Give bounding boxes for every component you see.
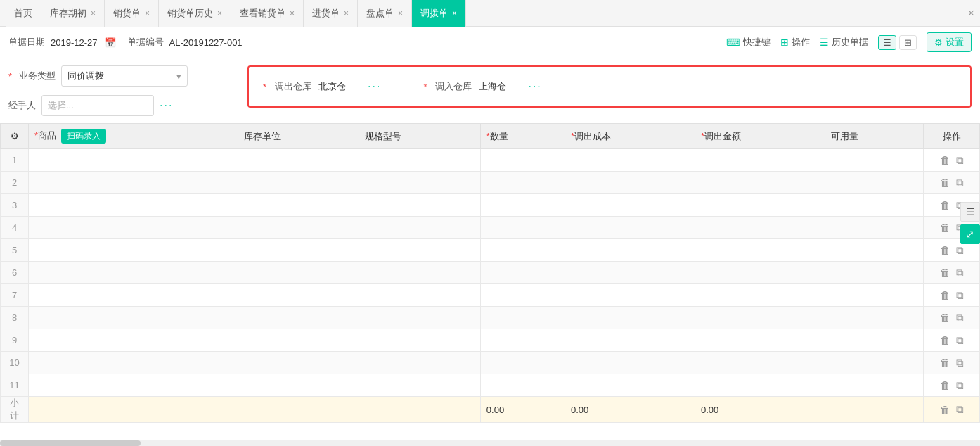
in-warehouse-more-icon[interactable]: ···	[528, 80, 541, 93]
cell-cost[interactable]	[565, 149, 695, 172]
close-icon[interactable]: ×	[344, 8, 349, 18]
close-icon[interactable]: ×	[398, 8, 403, 18]
cell-spec[interactable]	[359, 262, 480, 284]
tab-stocktaking[interactable]: 盘点单 ×	[358, 0, 412, 27]
cell-amount[interactable]	[695, 239, 825, 262]
cell-goods[interactable]	[29, 374, 238, 397]
cell-goods[interactable]	[29, 284, 238, 307]
cell-amount[interactable]	[695, 194, 825, 217]
cell-cost[interactable]	[565, 329, 695, 352]
cell-amount[interactable]	[695, 262, 825, 284]
cell-qty[interactable]	[480, 194, 565, 217]
cell-unit[interactable]	[238, 352, 359, 374]
cell-goods[interactable]	[29, 217, 238, 239]
cell-amount[interactable]	[695, 172, 825, 194]
cell-unit[interactable]	[238, 284, 359, 307]
tab-stock-init[interactable]: 库存期初 ×	[41, 0, 105, 27]
cell-unit[interactable]	[238, 239, 359, 262]
tab-purchase[interactable]: 进货单 ×	[304, 0, 358, 27]
cell-available[interactable]	[825, 374, 924, 397]
cell-goods[interactable]	[29, 194, 238, 217]
cell-available[interactable]	[825, 329, 924, 352]
cell-spec[interactable]	[359, 194, 480, 217]
copy-row-icon[interactable]: ⧉	[956, 357, 964, 369]
tab-sales[interactable]: 销货单 ×	[105, 0, 159, 27]
cell-available[interactable]	[825, 149, 924, 172]
delete-row-icon[interactable]: 🗑	[940, 334, 950, 346]
shortcut-button[interactable]: ⌨ 快捷键	[726, 36, 771, 49]
cell-cost[interactable]	[565, 352, 695, 374]
cell-goods[interactable]	[29, 262, 238, 284]
close-icon[interactable]: ×	[217, 8, 222, 18]
cell-unit[interactable]	[238, 329, 359, 352]
cell-qty[interactable]	[480, 217, 565, 239]
cell-qty[interactable]	[480, 284, 565, 307]
handler-input[interactable]: 选择...	[41, 95, 154, 116]
calendar-icon[interactable]: 📅	[105, 37, 116, 48]
cell-amount[interactable]	[695, 307, 825, 329]
tab-sales-history[interactable]: 销货单历史 ×	[159, 0, 231, 27]
cell-goods[interactable]	[29, 149, 238, 172]
float-list-button[interactable]: ☰	[960, 202, 980, 222]
copy-row-icon[interactable]: ⧉	[956, 289, 964, 302]
cell-spec[interactable]	[359, 172, 480, 194]
cell-goods[interactable]	[29, 239, 238, 262]
cell-qty[interactable]	[480, 149, 565, 172]
cell-spec[interactable]	[359, 149, 480, 172]
business-select[interactable]: 同价调拨 ▾	[61, 65, 188, 87]
scrollbar-thumb[interactable]	[0, 440, 141, 446]
cell-spec[interactable]	[359, 352, 480, 374]
tab-bar-close-button[interactable]: ×	[968, 7, 974, 20]
table-gear-header[interactable]: ⚙	[1, 124, 29, 149]
delete-row-icon[interactable]: 🗑	[940, 312, 950, 324]
cell-unit[interactable]	[238, 149, 359, 172]
cell-cost[interactable]	[565, 172, 695, 194]
cell-amount[interactable]	[695, 329, 825, 352]
close-icon[interactable]: ×	[452, 8, 457, 18]
layout-list-button[interactable]: ☰	[878, 35, 896, 50]
cell-goods[interactable]	[29, 172, 238, 194]
cell-amount[interactable]	[695, 284, 825, 307]
tab-view-sales[interactable]: 查看销货单 ×	[231, 0, 304, 27]
delete-row-icon[interactable]: 🗑	[940, 177, 950, 189]
cell-spec[interactable]	[359, 284, 480, 307]
cell-available[interactable]	[825, 262, 924, 284]
cell-available[interactable]	[825, 307, 924, 329]
cell-spec[interactable]	[359, 307, 480, 329]
copy-row-icon[interactable]: ⧉	[956, 244, 964, 257]
copy-subtotal-icon[interactable]: ⧉	[956, 403, 964, 416]
cell-cost[interactable]	[565, 194, 695, 217]
delete-subtotal-icon[interactable]: 🗑	[940, 404, 950, 416]
cell-spec[interactable]	[359, 374, 480, 397]
copy-row-icon[interactable]: ⧉	[956, 312, 964, 324]
cell-available[interactable]	[825, 194, 924, 217]
copy-row-icon[interactable]: ⧉	[956, 177, 964, 189]
close-icon[interactable]: ×	[91, 8, 96, 18]
cell-unit[interactable]	[238, 307, 359, 329]
operation-button[interactable]: ⊞ 操作	[780, 36, 810, 49]
delete-row-icon[interactable]: 🗑	[940, 379, 950, 391]
cell-spec[interactable]	[359, 239, 480, 262]
cell-available[interactable]	[825, 217, 924, 239]
cell-qty[interactable]	[480, 172, 565, 194]
cell-qty[interactable]	[480, 352, 565, 374]
delete-row-icon[interactable]: 🗑	[940, 244, 950, 256]
close-icon[interactable]: ×	[145, 8, 150, 18]
delete-row-icon[interactable]: 🗑	[940, 357, 950, 369]
cell-unit[interactable]	[238, 217, 359, 239]
delete-row-icon[interactable]: 🗑	[940, 222, 950, 234]
copy-row-icon[interactable]: ⧉	[956, 379, 964, 392]
tab-home[interactable]: 首页	[6, 0, 41, 27]
scan-button[interactable]: 扫码录入	[61, 129, 106, 144]
cell-available[interactable]	[825, 239, 924, 262]
cell-qty[interactable]	[480, 239, 565, 262]
cell-qty[interactable]	[480, 307, 565, 329]
cell-available[interactable]	[825, 172, 924, 194]
cell-goods[interactable]	[29, 329, 238, 352]
cell-qty[interactable]	[480, 262, 565, 284]
cell-goods[interactable]	[29, 307, 238, 329]
cell-available[interactable]	[825, 284, 924, 307]
cell-available[interactable]	[825, 352, 924, 374]
cell-unit[interactable]	[238, 172, 359, 194]
cell-qty[interactable]	[480, 329, 565, 352]
